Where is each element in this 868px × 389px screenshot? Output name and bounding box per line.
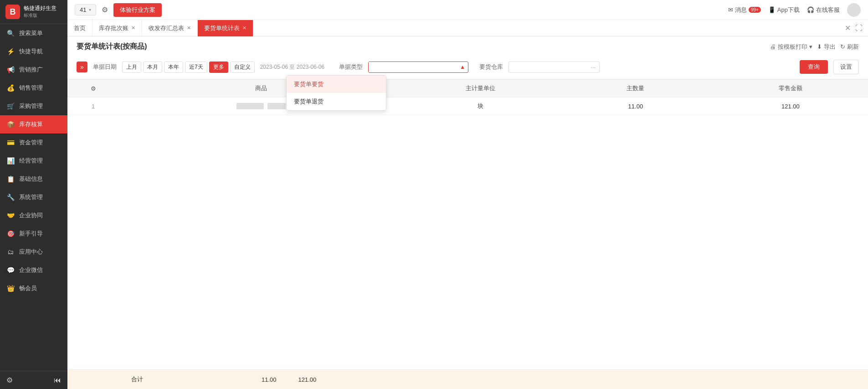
sidebar-item-sales[interactable]: 💰 销售管理 [0, 79, 67, 97]
period-year[interactable]: 本年 [164, 61, 183, 73]
store-selector[interactable]: 41 ▾ [75, 4, 96, 15]
message-notif[interactable]: ✉ 消息 99+ [728, 6, 761, 14]
sidebar-item-enterprise[interactable]: 🤝 企业协同 [0, 206, 67, 225]
print-button[interactable]: 🖨 按模板打印 ▾ [770, 43, 812, 51]
phone-icon: 📱 [768, 6, 776, 13]
sidebar-item-label: 企业协同 [19, 211, 43, 220]
sidebar-item-wechat[interactable]: 💬 企业微信 [0, 261, 67, 279]
logo: B 畅捷通好生意 标准版 [0, 0, 67, 24]
sidebar-item-apps[interactable]: 🗂 应用中心 [0, 243, 67, 261]
message-icon: ✉ [728, 6, 733, 13]
type-filter-input[interactable] [369, 62, 457, 72]
sidebar-item-inventory[interactable]: 📦 库存核算 [0, 115, 67, 133]
tab-close-icon[interactable]: ✕ [131, 25, 135, 31]
row-quantity: 11.00 [558, 97, 713, 115]
date-filter-btns: 上月 本月 本年 近7天 更多 自定义 [122, 61, 255, 73]
data-table-wrap: ⚙ 商品 主计量单位 主数量 零售金额 1 块 11.00 121.00 [67, 79, 868, 369]
print-chevron-icon: ▾ [809, 43, 812, 50]
settings-icon[interactable]: ⚙ [6, 376, 13, 384]
sidebar-item-guide[interactable]: 🎯 新手引导 [0, 225, 67, 243]
warehouse-more-icon[interactable]: ··· [591, 64, 596, 71]
tab-label: 收发存汇总表 [149, 24, 184, 32]
headset-icon: 🎧 [807, 6, 814, 13]
tab-home[interactable]: 首页 [67, 20, 92, 36]
sidebar-item-finance[interactable]: 💳 资金管理 [0, 133, 67, 152]
col-amount: 零售金额 [713, 80, 868, 97]
user-avatar[interactable] [847, 3, 861, 17]
app-download[interactable]: 📱 App下载 [768, 6, 800, 14]
type-select-arrow-icon[interactable]: ▲ [457, 64, 468, 70]
tab-order-stats[interactable]: 要货单统计表✕ [198, 20, 253, 36]
message-badge: 99+ [749, 7, 761, 13]
tab-close-icon[interactable]: ✕ [187, 25, 191, 31]
basics-icon: 📋 [6, 175, 15, 183]
tabs-bar: 首页库存批次账✕收发存汇总表✕要货单统计表✕ ✕ ⛶ [67, 20, 868, 36]
date-filter-label: 单据日期 [93, 63, 117, 71]
app-name: 畅捷通好生意 [24, 5, 56, 12]
col-settings[interactable]: ⚙ [67, 80, 119, 97]
collapse-icon[interactable]: ⏮ [54, 376, 61, 384]
sidebar-item-label: 采购管理 [19, 102, 43, 110]
sidebar-item-purchase[interactable]: 🛒 采购管理 [0, 97, 67, 115]
settings-button[interactable]: 设置 [833, 60, 859, 74]
sidebar-item-label: 新手引导 [19, 230, 43, 238]
tab-label: 要货单统计表 [204, 24, 240, 32]
sidebar-item-operations[interactable]: 📊 经营管理 [0, 152, 67, 170]
sidebar-nav: 🔍 搜索菜单⚡ 快捷导航📢 营销推广💰 销售管理🛒 采购管理📦 库存核算💳 资金… [0, 24, 67, 371]
period-prev-month[interactable]: 上月 [122, 61, 141, 73]
operations-icon: 📊 [6, 157, 15, 164]
sidebar-item-label: 快捷导航 [19, 47, 43, 56]
sidebar-item-label: 系统管理 [19, 193, 43, 201]
close-tab-icon[interactable]: ✕ [843, 24, 853, 32]
inventory-icon: 📦 [6, 121, 15, 128]
sidebar-item-label: 资金管理 [19, 138, 43, 147]
sidebar-item-search[interactable]: 🔍 搜索菜单 [0, 24, 67, 42]
tab-close-icon[interactable]: ✕ [242, 25, 247, 31]
period-more[interactable]: 更多 [209, 61, 228, 73]
table-row: 1 块 11.00 121.00 [67, 97, 868, 115]
tab-expand-btns: ✕ ⛶ [843, 24, 868, 32]
export-button[interactable]: ⬇ 导出 [817, 43, 836, 51]
query-button[interactable]: 查询 [800, 60, 828, 74]
period-custom[interactable]: 自定义 [230, 61, 255, 73]
print-icon: 🖨 [770, 43, 776, 50]
quicknav-icon: ⚡ [6, 48, 15, 55]
page-title: 要货单统计表(按商品) [77, 42, 147, 51]
online-service[interactable]: 🎧 在线客服 [807, 6, 840, 14]
page-content: 要货单统计表(按商品) 🖨 按模板打印 ▾ ⬇ 导出 ↻ 刷新 » [67, 36, 868, 389]
sidebar-footer: ⚙ ⏮ [0, 371, 67, 389]
expand-icon[interactable]: ⛶ [853, 24, 864, 32]
enterprise-icon: 🤝 [6, 212, 15, 219]
type-filter-select[interactable]: ▲ [368, 61, 468, 73]
dropdown-item-order-return[interactable]: 要货单退货 [287, 93, 386, 110]
refresh-button[interactable]: ↻ 刷新 [840, 43, 859, 51]
sidebar-item-vip[interactable]: 👑 畅会员 [0, 279, 67, 297]
dropdown-item-order-goods[interactable]: 要货单要货 [287, 76, 386, 93]
message-label: 消息 [735, 6, 747, 14]
period-cur-month[interactable]: 本月 [143, 61, 162, 73]
tab-inventory-batch[interactable]: 库存批次账✕ [92, 20, 142, 36]
sidebar-item-basics[interactable]: 📋 基础信息 [0, 170, 67, 188]
sidebar-item-marketing[interactable]: 📢 营销推广 [0, 61, 67, 79]
sidebar-item-system[interactable]: 🔧 系统管理 [0, 188, 67, 206]
warehouse-filter-select[interactable]: ··· [508, 61, 600, 73]
topbar-settings-icon[interactable]: ⚙ [102, 5, 108, 14]
export-icon: ⬇ [817, 43, 822, 50]
sidebar-item-quicknav[interactable]: ⚡ 快捷导航 [0, 42, 67, 61]
page-header: 要货单统计表(按商品) 🖨 按模板打印 ▾ ⬇ 导出 ↻ 刷新 [67, 36, 868, 55]
vip-icon: 👑 [6, 285, 15, 292]
app-download-label: App下载 [777, 6, 800, 14]
topbar-left: 41 ▾ ⚙ 体验行业方案 [75, 3, 162, 17]
sidebar-item-label: 销售管理 [19, 84, 43, 92]
row-num: 1 [67, 97, 119, 115]
sidebar-item-label: 库存核算 [19, 120, 43, 128]
filter-expand-button[interactable]: » [77, 61, 87, 72]
table-footer: 合计 11.00 121.00 [67, 369, 868, 389]
sidebar-item-label: 应用中心 [19, 248, 43, 256]
marketing-icon: 📢 [6, 66, 15, 73]
tab-receivable-summary[interactable]: 收发存汇总表✕ [142, 20, 198, 36]
promo-button[interactable]: 体验行业方案 [113, 3, 162, 17]
period-week[interactable]: 近7天 [185, 61, 207, 73]
tab-label: 库存批次账 [99, 24, 128, 32]
topbar: 41 ▾ ⚙ 体验行业方案 ✉ 消息 99+ 📱 App下载 🎧 在线客服 [67, 0, 868, 20]
